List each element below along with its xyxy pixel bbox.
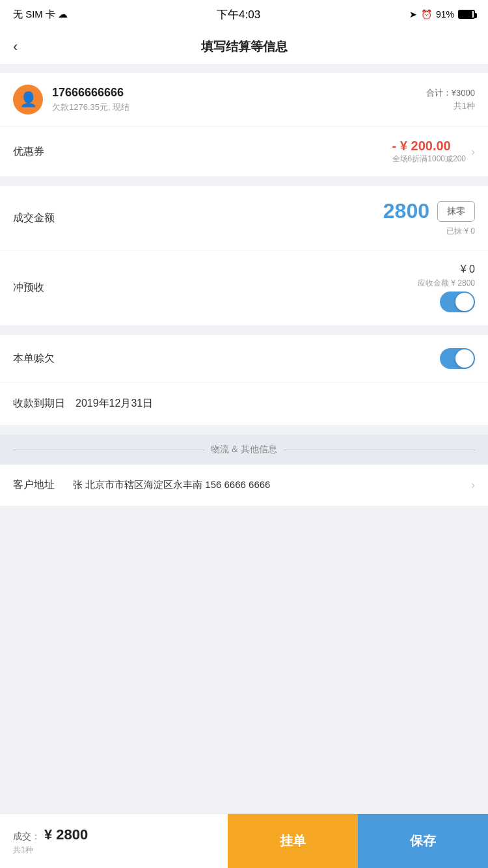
prepayment-toggle[interactable] bbox=[440, 292, 475, 312]
coupon-description: 全场6折满1000减200 bbox=[392, 154, 466, 165]
credit-note-toggle[interactable] bbox=[440, 348, 475, 369]
customer-sub: 欠款1276.35元, 现结 bbox=[52, 102, 129, 113]
status-bar: 无 SIM 卡 ☁ 下午4:03 ➤ ⏰ 91% bbox=[0, 0, 488, 29]
bottom-count: 共1种 bbox=[13, 845, 215, 856]
battery-icon bbox=[458, 10, 475, 19]
deal-amount-label: 成交金额 bbox=[13, 211, 55, 225]
prepayment-sub: 应收金额 ¥ 2800 bbox=[418, 278, 475, 289]
section-divider-2 bbox=[0, 326, 488, 335]
status-left: 无 SIM 卡 ☁ bbox=[13, 8, 68, 21]
prepayment-label-group: 冲预收 bbox=[13, 281, 44, 295]
due-date-label: 收款到期日 bbox=[13, 397, 65, 411]
avatar-icon: 👤 bbox=[20, 91, 37, 108]
customer-card: 👤 17666666666 欠款1276.35元, 现结 合计：¥3000 共1… bbox=[0, 73, 488, 126]
credit-note-label: 本单赊欠 bbox=[13, 352, 55, 366]
logistics-header: 物流 & 其他信息 bbox=[0, 435, 488, 465]
credit-note-toggle-knob bbox=[455, 349, 474, 368]
page-title: 填写结算等信息 bbox=[201, 38, 288, 55]
coupon-row[interactable]: 优惠券 - ¥ 200.00 全场6折满1000减200 › bbox=[0, 127, 488, 177]
status-right: ➤ ⏰ 91% bbox=[409, 9, 475, 20]
prepayment-value: ¥ 0 bbox=[461, 264, 475, 275]
customer-info: 👤 17666666666 欠款1276.35元, 现结 bbox=[13, 85, 129, 115]
logistics-line-left bbox=[13, 450, 204, 450]
sim-label: 无 SIM 卡 ☁ bbox=[13, 8, 68, 21]
order-summary: 合计：¥3000 共1种 bbox=[426, 87, 475, 112]
deal-amount-right: 2800 抹零 bbox=[383, 199, 475, 223]
bottom-bar: 成交： ¥ 2800 共1种 挂单 保存 bbox=[0, 813, 488, 868]
nav-bar: ‹ 填写结算等信息 bbox=[0, 29, 488, 65]
coupon-label: 优惠券 bbox=[13, 145, 44, 159]
credit-note-row: 本单赊欠 bbox=[0, 335, 488, 383]
round-off-button[interactable]: 抹零 bbox=[437, 201, 475, 222]
logistics-line-right bbox=[284, 450, 475, 450]
bottom-deal-amount: ¥ 2800 bbox=[44, 826, 88, 843]
coupon-right: - ¥ 200.00 全场6折满1000减200 › bbox=[392, 139, 475, 165]
section-divider-1 bbox=[0, 177, 488, 186]
total-count: 共1种 bbox=[426, 100, 475, 112]
avatar: 👤 bbox=[13, 85, 43, 115]
prepayment-label: 冲预收 bbox=[13, 281, 44, 295]
location-icon: ➤ bbox=[409, 9, 417, 20]
deal-amount-section: 成交金额 2800 抹零 已抹 ¥ 0 冲预收 ¥ 0 应收金额 ¥ 2800 bbox=[0, 186, 488, 326]
bottom-deal-row: 成交： ¥ 2800 bbox=[13, 826, 215, 843]
address-label: 客户地址 bbox=[13, 478, 65, 492]
clock-icon: ⏰ bbox=[421, 9, 432, 20]
customer-phone: 17666666666 bbox=[52, 86, 129, 100]
deal-amount-value: 2800 bbox=[383, 199, 429, 223]
section-divider-3 bbox=[0, 426, 488, 435]
address-chevron-icon: › bbox=[471, 478, 475, 492]
logistics-label: 物流 & 其他信息 bbox=[211, 444, 277, 455]
coupon-chevron-icon: › bbox=[471, 145, 475, 159]
credit-note-section: 本单赊欠 收款到期日 2019年12月31日 bbox=[0, 335, 488, 426]
back-button[interactable]: ‹ bbox=[13, 38, 18, 55]
save-button[interactable]: 保存 bbox=[358, 814, 488, 869]
deal-amount-row: 成交金额 2800 抹零 已抹 ¥ 0 bbox=[0, 186, 488, 251]
deal-amount-sub: 已抹 ¥ 0 bbox=[446, 226, 475, 237]
due-date-value: 2019年12月31日 bbox=[75, 397, 153, 411]
bottom-fill bbox=[0, 506, 488, 571]
battery-label: 91% bbox=[436, 9, 454, 20]
address-row[interactable]: 客户地址 张 北京市市辖区海淀区永丰南 156 6666 6666 › bbox=[0, 465, 488, 506]
bottom-deal-label: 成交： bbox=[13, 831, 40, 843]
coupon-discount: - ¥ 200.00 bbox=[392, 139, 466, 154]
bottom-summary: 成交： ¥ 2800 共1种 bbox=[0, 826, 228, 856]
prepayment-right: ¥ 0 应收金额 ¥ 2800 bbox=[418, 264, 475, 312]
customer-details: 17666666666 欠款1276.35元, 现结 bbox=[52, 86, 129, 113]
suspend-button[interactable]: 挂单 bbox=[228, 814, 358, 869]
due-date-row: 收款到期日 2019年12月31日 bbox=[0, 383, 488, 426]
total-label: 合计：¥3000 bbox=[426, 87, 475, 99]
prepayment-row: 冲预收 ¥ 0 应收金额 ¥ 2800 bbox=[0, 251, 488, 326]
status-time: 下午4:03 bbox=[217, 7, 260, 22]
prepayment-toggle-knob bbox=[455, 293, 474, 311]
address-value: 张 北京市市辖区海淀区永丰南 156 6666 6666 bbox=[65, 478, 471, 493]
